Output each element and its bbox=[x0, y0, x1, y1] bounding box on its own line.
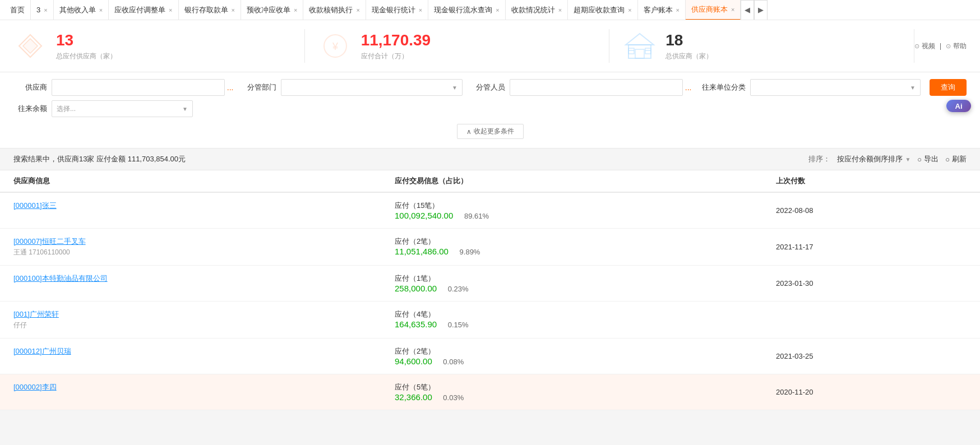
svg-marker-1 bbox=[23, 39, 38, 53]
export-button[interactable]: ○ 导出 bbox=[917, 154, 939, 164]
sort-select[interactable]: 按应付余额倒序排序 ▼ bbox=[837, 154, 910, 164]
payable-count: 应付（1笔） bbox=[395, 274, 776, 284]
payable-percent: 0.08% bbox=[443, 358, 464, 366]
category-filter-label: 往来单位分类 bbox=[701, 82, 746, 92]
last-pay-date: 2023-01-30 bbox=[776, 279, 967, 288]
refresh-button[interactable]: ○ 刷新 bbox=[945, 154, 967, 164]
filter-row-1: 供应商 ... 分管部门 ▼ 分管人员 ... 往来单位分类 ▼ 查询 bbox=[13, 79, 967, 96]
search-button[interactable]: 查询 bbox=[930, 79, 967, 96]
close-tab-supplier-book-icon[interactable]: × bbox=[731, 6, 734, 13]
last-pay-date: 2020-11-20 bbox=[776, 388, 967, 396]
supplier-input[interactable] bbox=[52, 79, 225, 96]
nav-tab-supplier-book[interactable]: 供应商账本 × bbox=[686, 0, 741, 20]
payable-count: 应付（2笔） bbox=[395, 237, 776, 247]
svg-text:¥: ¥ bbox=[332, 41, 339, 52]
last-pay-date: 2022-08-08 bbox=[776, 206, 967, 215]
balance-filter-label: 往来余额 bbox=[13, 104, 47, 114]
header-payable-info: 应付交易信息（占比） bbox=[395, 176, 776, 186]
dept-select[interactable]: ▼ bbox=[281, 79, 463, 96]
supplier-sub-info: 仔仔 bbox=[13, 321, 395, 330]
close-tab-other-income-icon[interactable]: × bbox=[99, 7, 103, 13]
svg-marker-5 bbox=[626, 34, 654, 45]
filter-dept: 分管部门 ▼ bbox=[243, 79, 463, 96]
close-tab-payment-verify-icon[interactable]: × bbox=[356, 7, 359, 13]
stat-icon-coin: ¥ bbox=[318, 29, 352, 63]
nav-tab-cash-flow-query[interactable]: 现金银行流水查询 × bbox=[428, 0, 505, 20]
person-dots[interactable]: ... bbox=[685, 83, 692, 92]
payable-count: 应付（2笔） bbox=[395, 346, 776, 356]
export-icon: ○ bbox=[917, 155, 922, 164]
payable-suppliers-label: 总应付供应商（家） bbox=[56, 52, 117, 61]
video-link[interactable]: 视频 bbox=[922, 41, 935, 51]
nav-next-arrow[interactable]: ▶ bbox=[754, 0, 768, 20]
payable-info-cell: 应付（4笔） 164,635.90 0.15% bbox=[395, 309, 776, 329]
payable-percent: 0.03% bbox=[443, 393, 464, 402]
supplier-link[interactable]: [000002]李四 bbox=[13, 383, 57, 391]
close-tab-payment-stat-icon[interactable]: × bbox=[558, 7, 562, 13]
supplier-link[interactable]: [000001]张三 bbox=[13, 201, 395, 211]
nav-tab-cash-bank-stat[interactable]: 现金银行统计 × bbox=[366, 0, 428, 20]
nav-tab-home[interactable]: 首页 bbox=[4, 0, 31, 20]
nav-prev-arrow[interactable]: ◀ bbox=[741, 0, 754, 20]
payable-amount: 100,092,540.00 bbox=[395, 211, 453, 220]
close-tab-cash-bank-stat-icon[interactable]: × bbox=[419, 7, 422, 13]
sort-label: 排序： bbox=[808, 154, 830, 164]
close-tab-bank-deposit-icon[interactable]: × bbox=[232, 7, 235, 13]
supplier-link[interactable]: [000100]本特勤油品有限公司 bbox=[13, 274, 108, 282]
close-tab-overdue-query-icon[interactable]: × bbox=[628, 7, 631, 13]
filter-supplier: 供应商 ... bbox=[13, 79, 234, 96]
results-info-text: 搜索结果中，供应商13家 应付金额 111,703,854.00元 bbox=[13, 154, 186, 164]
payable-count: 应付（15笔） bbox=[395, 201, 776, 211]
dept-filter-label: 分管部门 bbox=[243, 82, 276, 92]
close-tab-ar-ap-adjust-icon[interactable]: × bbox=[169, 7, 172, 13]
category-select-arrow-icon: ▼ bbox=[910, 85, 916, 91]
supplier-dots[interactable]: ... bbox=[227, 83, 234, 92]
refresh-icon: ○ bbox=[945, 155, 950, 164]
payable-amount: 32,366.00 bbox=[395, 392, 432, 402]
payable-amount: 94,600.00 bbox=[395, 356, 432, 366]
nav-tab-customer-book[interactable]: 客户账本 × bbox=[638, 0, 686, 20]
top-navigation: 首页 3 × 其他收入单 × 应收应付调整单 × 银行存取款单 × 预收冲应收单… bbox=[0, 0, 980, 20]
nav-tab-prepaid-offset[interactable]: 预收冲应收单 × bbox=[241, 0, 303, 20]
close-tab-cash-flow-query-icon[interactable]: × bbox=[496, 7, 499, 13]
table-row: [000002]李四 应付（5笔） 32,366.00 0.03% 2020-1… bbox=[0, 374, 980, 410]
balance-select[interactable]: 选择... ▼ bbox=[52, 100, 193, 117]
collapse-button[interactable]: ∧ 收起更多条件 bbox=[457, 124, 524, 139]
nav-tab-bank-deposit[interactable]: 银行存取款单 × bbox=[179, 0, 241, 20]
supplier-table: 供应商信息 应付交易信息（占比） 上次付数 [000001]张三 应付（15笔）… bbox=[0, 170, 980, 410]
close-tab-customer-book-icon[interactable]: × bbox=[676, 7, 679, 13]
help-link[interactable]: 帮助 bbox=[953, 41, 967, 51]
nav-tab-overdue-query[interactable]: 超期应收款查询 × bbox=[568, 0, 637, 20]
table-header-row: 供应商信息 应付交易信息（占比） 上次付数 bbox=[0, 170, 980, 193]
supplier-info-cell: [000012]广州贝瑞 bbox=[13, 346, 395, 356]
payable-info-cell: 应付（15笔） 100,092,540.00 89.61% bbox=[395, 201, 776, 220]
total-suppliers-count: 18 bbox=[665, 31, 713, 49]
stat-payable-suppliers: 13 总应付供应商（家） bbox=[13, 29, 305, 63]
supplier-link[interactable]: [000012]广州贝瑞 bbox=[13, 347, 71, 355]
nav-tab-other-income[interactable]: 其他收入单 × bbox=[54, 0, 109, 20]
payable-count: 应付（4笔） bbox=[395, 309, 776, 319]
nav-tab-payment-stat[interactable]: 收款情况统计 × bbox=[506, 0, 568, 20]
results-actions: 排序： 按应付余额倒序排序 ▼ ○ 导出 ○ 刷新 bbox=[808, 154, 967, 164]
table-row: [000001]张三 应付（15笔） 100,092,540.00 89.61%… bbox=[0, 193, 980, 229]
svg-rect-10 bbox=[645, 48, 651, 54]
payable-info-cell: 应付（2笔） 11,051,486.00 9.89% bbox=[395, 237, 776, 256]
supplier-link[interactable]: [001]广州荣轩 bbox=[13, 310, 59, 318]
nav-tab-payment-verify[interactable]: 收款核销执行 × bbox=[303, 0, 366, 20]
nav-tab-3[interactable]: 3 × bbox=[31, 0, 54, 20]
last-pay-date: 2021-03-25 bbox=[776, 352, 967, 360]
header-supplier-info: 供应商信息 bbox=[13, 176, 395, 186]
close-tab-3-icon[interactable]: × bbox=[44, 7, 47, 13]
supplier-link[interactable]: [000007]恒旺二手叉车 bbox=[13, 237, 86, 245]
ai-button[interactable]: Ai bbox=[946, 100, 971, 112]
close-tab-prepaid-offset-icon[interactable]: × bbox=[294, 7, 297, 13]
table-row: [000012]广州贝瑞 应付（2笔） 94,600.00 0.08% 2021… bbox=[0, 339, 980, 374]
stat-total-suppliers: 18 总供应商（家） bbox=[609, 29, 914, 63]
nav-tab-ar-ap-adjust[interactable]: 应收应付调整单 × bbox=[109, 0, 178, 20]
person-input[interactable] bbox=[510, 79, 683, 96]
payable-total-amount: 11,170.39 bbox=[361, 31, 431, 49]
category-select[interactable]: ▼ bbox=[750, 79, 921, 96]
stat-icon-store bbox=[623, 29, 657, 63]
supplier-filter-label: 供应商 bbox=[13, 82, 47, 92]
supplier-sub-info: 王通 17106110000 bbox=[13, 248, 395, 257]
